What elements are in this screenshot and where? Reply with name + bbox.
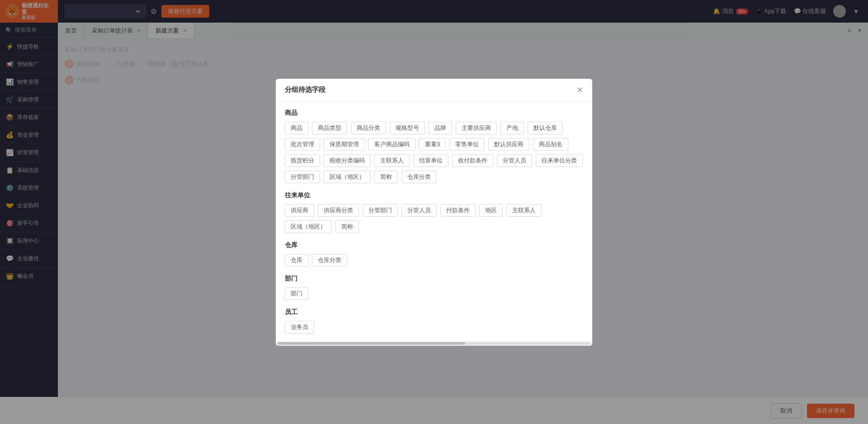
field-tag-product-2[interactable]: 商品分类: [351, 122, 386, 134]
field-tag-product-4[interactable]: 品牌: [429, 122, 452, 134]
section-department: 部门部门: [285, 275, 583, 300]
section-title-product: 商品: [285, 109, 583, 117]
field-tag-warehouse-0[interactable]: 仓库: [285, 254, 308, 267]
field-tag-partner-4[interactable]: 付款条件: [440, 204, 476, 217]
section-employee: 员工业务员: [285, 308, 583, 333]
field-tag-partner-6[interactable]: 主联系人: [506, 204, 542, 217]
field-tag-product-14[interactable]: 商品别名: [533, 138, 568, 151]
field-tag-product-23[interactable]: 区域（地区）: [324, 171, 371, 183]
field-tag-product-15[interactable]: 拣货积分: [285, 154, 320, 167]
dialog-scrollbar-bottom: [276, 341, 592, 346]
section-title-warehouse: 仓库: [285, 241, 583, 249]
field-tag-partner-3[interactable]: 分管人员: [401, 204, 437, 217]
section-warehouse: 仓库仓库仓库分类: [285, 241, 583, 267]
scrollbar-thumb: [278, 342, 465, 345]
field-tag-product-25[interactable]: 仓库分类: [401, 171, 437, 183]
dialog-body[interactable]: 商品商品商品类型商品分类规格型号品牌主要供应商产地默认仓库批次管理保质期管理客户…: [276, 102, 592, 341]
field-tag-warehouse-1[interactable]: 仓库分类: [312, 254, 347, 267]
field-tag-partner-2[interactable]: 分管部门: [363, 204, 398, 217]
dialog-title: 分组待选字段: [285, 86, 326, 94]
horizontal-scrollbar[interactable]: [278, 342, 590, 345]
section-title-employee: 员工: [285, 308, 583, 316]
close-icon[interactable]: ✕: [576, 85, 583, 95]
field-tag-product-16[interactable]: 税收分类编码: [324, 154, 371, 167]
field-tag-partner-5[interactable]: 地区: [479, 204, 503, 217]
field-tag-partner-0[interactable]: 供应商: [285, 204, 314, 217]
field-tag-product-24[interactable]: 简称: [374, 171, 398, 183]
field-tag-product-3[interactable]: 规格型号: [390, 122, 425, 134]
field-tag-product-12[interactable]: 零售单位: [449, 138, 485, 151]
field-tag-product-18[interactable]: 结算单位: [413, 154, 448, 167]
section-partner: 往来单位供应商供应商分类分管部门分管人员付款条件地区主联系人区域（地区）简称: [285, 191, 583, 233]
field-tag-product-11[interactable]: 重量3: [419, 138, 446, 151]
field-tag-employee-0[interactable]: 业务员: [285, 321, 314, 333]
field-tag-partner-8[interactable]: 简称: [335, 220, 359, 233]
field-tag-product-21[interactable]: 往来单位分类: [536, 154, 583, 167]
field-tags-department: 部门: [285, 287, 583, 300]
field-tag-partner-7[interactable]: 区域（地区）: [285, 220, 332, 233]
field-tag-product-10[interactable]: 客户商品编码: [368, 138, 415, 151]
field-tag-product-5[interactable]: 主要供应商: [456, 122, 497, 134]
dialog-header: 分组待选字段 ✕: [276, 79, 592, 102]
field-tag-product-0[interactable]: 商品: [285, 122, 308, 134]
field-tag-product-8[interactable]: 批次管理: [285, 138, 320, 151]
field-tag-product-6[interactable]: 产地: [500, 122, 524, 134]
field-tag-product-9[interactable]: 保质期管理: [324, 138, 365, 151]
field-tag-product-19[interactable]: 收付款条件: [452, 154, 493, 167]
field-tag-product-22[interactable]: 分管部门: [285, 171, 320, 183]
field-tags-warehouse: 仓库仓库分类: [285, 254, 583, 267]
section-product: 商品商品商品类型商品分类规格型号品牌主要供应商产地默认仓库批次管理保质期管理客户…: [285, 109, 583, 183]
field-tag-product-13[interactable]: 默认供应商: [488, 138, 529, 151]
field-tag-product-1[interactable]: 商品类型: [312, 122, 347, 134]
field-tag-partner-1[interactable]: 供应商分类: [318, 204, 359, 217]
field-tags-employee: 业务员: [285, 321, 583, 333]
field-tag-department-0[interactable]: 部门: [285, 287, 308, 300]
section-title-department: 部门: [285, 275, 583, 283]
field-tag-product-17[interactable]: 主联系人: [374, 154, 410, 167]
field-tags-partner: 供应商供应商分类分管部门分管人员付款条件地区主联系人区域（地区）简称: [285, 204, 583, 233]
field-tags-product: 商品商品类型商品分类规格型号品牌主要供应商产地默认仓库批次管理保质期管理客户商品…: [285, 122, 583, 183]
field-tag-product-7[interactable]: 默认仓库: [528, 122, 563, 134]
section-title-partner: 往来单位: [285, 191, 583, 200]
field-tag-product-20[interactable]: 分管人员: [497, 154, 532, 167]
field-select-dialog: 分组待选字段 ✕ 商品商品商品类型商品分类规格型号品牌主要供应商产地默认仓库批次…: [276, 79, 592, 346]
